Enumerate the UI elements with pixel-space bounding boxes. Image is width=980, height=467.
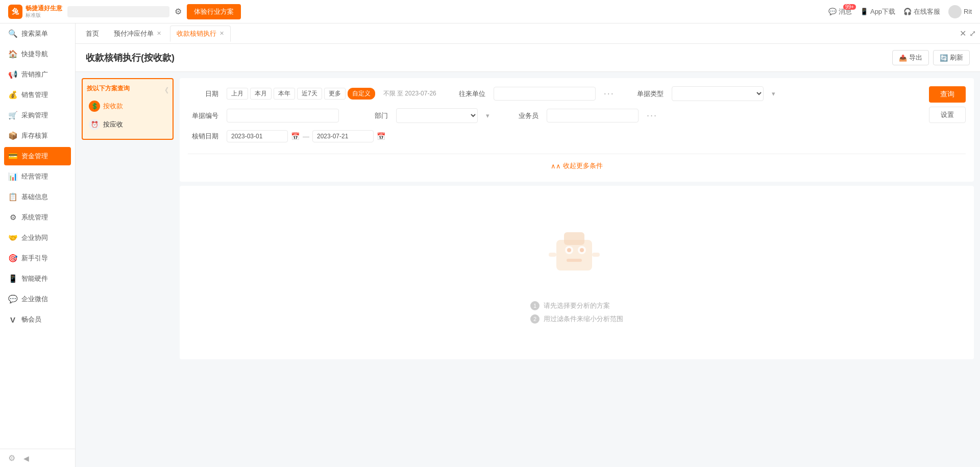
- service-icon: 🎧: [903, 8, 912, 15]
- refresh-icon: 🔄: [940, 54, 948, 62]
- page-actions: 📤 导出 🔄 刷新: [892, 50, 970, 65]
- refresh-button[interactable]: 🔄 刷新: [933, 50, 970, 65]
- sidebar-item-label: 畅会员: [21, 315, 41, 324]
- tab-bar-right: ✕ ⤢: [960, 29, 976, 38]
- message-item[interactable]: 💬 消息 99+: [828, 7, 852, 16]
- sidebar-item-label: 库存核算: [21, 131, 48, 140]
- doc-type-select[interactable]: [672, 86, 764, 101]
- sidebar-item-marketing[interactable]: 📢 营销推广: [0, 64, 75, 85]
- app-label: App下载: [870, 7, 895, 16]
- sidebar-item-label: 新手引导: [21, 254, 48, 263]
- logo-text-group: 畅捷通好生意 标准版: [26, 5, 62, 18]
- sidebar-item-label: 销售管理: [21, 90, 48, 100]
- marketing-icon: 📢: [8, 70, 17, 79]
- svg-rect-1: [564, 232, 584, 245]
- user-item[interactable]: Rit: [948, 5, 972, 18]
- empty-state-container: 1 请先选择要分析的方案 2 用过滤条件来缩小分析范围: [180, 186, 974, 359]
- settings-icon[interactable]: ⚙: [8, 453, 15, 463]
- filter-by-receipt[interactable]: 💲 按收款: [87, 97, 168, 115]
- verify-date-start-cal[interactable]: 📅: [291, 132, 300, 140]
- service-item[interactable]: 🎧 在线客服: [903, 7, 940, 16]
- sidebar-item-inventory[interactable]: 📦 库存核算: [0, 126, 75, 146]
- empty-step-1: 1 请先选择要分析的方案: [530, 301, 623, 310]
- tab-expand-btn[interactable]: ⤢: [969, 29, 976, 38]
- sidebar-item-search-menu[interactable]: 🔍 搜索菜单: [0, 23, 75, 44]
- sidebar-item-hardware[interactable]: 📱 智能硬件: [0, 268, 75, 289]
- date-this-month[interactable]: 本月: [250, 88, 272, 100]
- content-area: 收款核销执行(按收款) 📤 导出 🔄 刷新 按以下方案查询 《: [76, 44, 980, 467]
- sidebar-item-wechat[interactable]: 💬 企业微信: [0, 289, 75, 309]
- svg-rect-8: [592, 253, 600, 257]
- sidebar-item-quick-nav[interactable]: 🏠 快捷导航: [0, 44, 75, 64]
- filter-by-receivable[interactable]: ⏰ 按应收: [87, 115, 168, 134]
- content-body: 按以下方案查询 《 💲 按收款 ⏰ 按应收: [76, 72, 980, 365]
- sidebar-item-sales[interactable]: 💰 销售管理: [0, 85, 75, 105]
- tab-receivable[interactable]: 收款核销执行 ✕: [170, 26, 231, 42]
- app-download-item[interactable]: 📱 App下载: [860, 7, 895, 16]
- setting-button[interactable]: 设置: [929, 107, 966, 123]
- tab-home-label: 首页: [86, 29, 99, 38]
- sidebar-item-label: 采购管理: [21, 111, 48, 120]
- top-bar: 兔 畅捷通好生意 标准版 ⚙ 体验行业方案 💬 消息 99+ 📱 App下载 🎧…: [0, 0, 980, 23]
- sidebar-item-system[interactable]: ⚙ 系统管理: [0, 207, 75, 228]
- hardware-icon: 📱: [8, 274, 17, 283]
- collapse-icon: ∧∧: [551, 162, 561, 170]
- sidebar-item-member[interactable]: V 畅会员: [0, 309, 75, 330]
- collapse-more-btn[interactable]: ∧∧ 收起更多条件: [188, 158, 966, 174]
- industry-button[interactable]: 体验行业方案: [187, 4, 241, 19]
- tab-home[interactable]: 首页: [80, 26, 105, 41]
- step-1-text: 请先选择要分析的方案: [544, 301, 610, 310]
- logo-area: 兔 畅捷通好生意 标准版: [8, 5, 62, 19]
- top-search-input[interactable]: [67, 6, 169, 17]
- filter-panel-header: 按以下方案查询 《 💲 按收款 ⏰ 按应收: [82, 78, 174, 140]
- counterparty-ellipsis[interactable]: ···: [604, 88, 615, 99]
- date-shortcuts: 上月 本月 本年 近7天 更多 自定义: [227, 88, 375, 100]
- tab-close-btn[interactable]: ✕: [960, 29, 966, 38]
- doc-num-input[interactable]: [227, 109, 339, 122]
- sidebar-item-label: 基础信息: [21, 192, 48, 202]
- sidebar-item-basic-info[interactable]: 📋 基础信息: [0, 187, 75, 207]
- inventory-icon: 📦: [8, 131, 17, 140]
- purchase-icon: 🛒: [8, 111, 17, 120]
- filter-by-receivable-label: 按应收: [103, 120, 123, 129]
- query-area: 日期 上月 本月 本年 近7天 更多 自定义 不限 至 2023-07-26: [180, 78, 974, 182]
- basic-info-icon: 📋: [8, 192, 17, 202]
- member-icon: V: [8, 315, 17, 324]
- sidebar-item-enterprise[interactable]: 🤝 企业协同: [0, 228, 75, 248]
- sidebar-item-label: 经营管理: [21, 172, 48, 181]
- staff-input[interactable]: [547, 109, 639, 122]
- quick-nav-icon: 🏠: [8, 50, 17, 59]
- sidebar-item-purchase[interactable]: 🛒 采购管理: [0, 105, 75, 126]
- counterparty-input[interactable]: [494, 87, 596, 101]
- sidebar-item-finance[interactable]: 💳 资金管理: [4, 147, 71, 165]
- receipt-icon: 💲: [89, 101, 100, 112]
- wechat-icon: 💬: [8, 294, 17, 304]
- sidebar-item-label: 智能硬件: [21, 274, 48, 283]
- date-7days[interactable]: 近7天: [297, 88, 322, 100]
- doc-type-label: 单据类型: [633, 89, 664, 99]
- date-custom[interactable]: 自定义: [348, 88, 375, 100]
- gear-icon[interactable]: ⚙: [175, 7, 182, 16]
- date-range-label: 不限 至 2023-07-26: [383, 89, 436, 98]
- filter-panel-collapse[interactable]: 《: [161, 86, 168, 95]
- date-more[interactable]: 更多: [324, 88, 346, 100]
- tab-prepay-close[interactable]: ✕: [157, 30, 161, 37]
- verify-date-end[interactable]: [312, 130, 374, 142]
- staff-ellipsis[interactable]: ···: [647, 110, 657, 121]
- date-this-year[interactable]: 本年: [274, 88, 295, 100]
- sidebar-item-label: 营销推广: [21, 70, 48, 79]
- user-avatar: [948, 5, 962, 18]
- sidebar-item-guide[interactable]: 🎯 新手引导: [0, 248, 75, 268]
- export-button[interactable]: 📤 导出: [892, 50, 929, 65]
- verify-date-end-cal[interactable]: 📅: [377, 132, 385, 140]
- query-button[interactable]: 查询: [929, 86, 966, 103]
- dept-select[interactable]: [396, 108, 478, 123]
- tab-prepay[interactable]: 预付冲应付单 ✕: [107, 26, 168, 42]
- date-last-month[interactable]: 上月: [227, 88, 248, 100]
- filter-by-receipt-label: 按收款: [103, 102, 123, 111]
- tab-receivable-close[interactable]: ✕: [219, 30, 224, 37]
- sidebar-item-operation[interactable]: 📊 经营管理: [0, 166, 75, 187]
- collapse-sidebar-icon[interactable]: ◀: [23, 454, 29, 462]
- verify-date-start[interactable]: [227, 130, 288, 142]
- message-badge: 99+: [843, 4, 856, 10]
